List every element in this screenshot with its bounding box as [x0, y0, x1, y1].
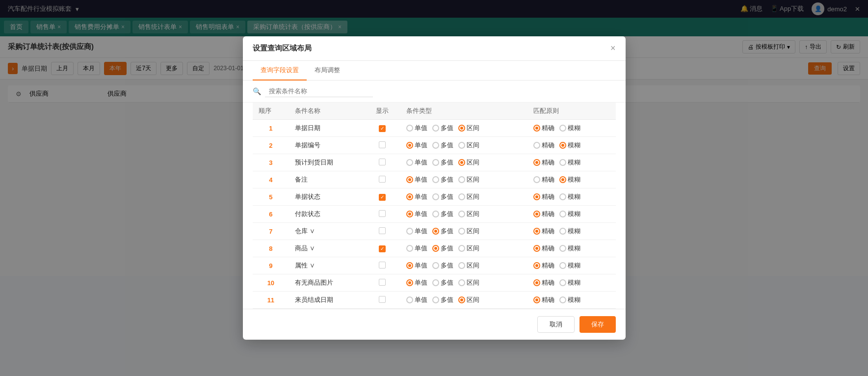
table-row: 3预计到货日期单值多值区间精确模糊 [253, 154, 616, 171]
type-radio-item[interactable]: 多值 [432, 192, 453, 201]
row-order: 10 [253, 274, 289, 276]
type-radio-item[interactable]: 区间 [458, 227, 479, 236]
type-radio-item[interactable]: 区间 [458, 210, 479, 218]
type-radio-item[interactable]: 多值 [432, 158, 453, 167]
th-show: 显示 [364, 103, 401, 120]
radio-circle [406, 176, 413, 183]
radio-label: 精确 [542, 227, 554, 236]
match-radio-item[interactable]: 精确 [533, 175, 554, 184]
match-radio-item[interactable]: 模糊 [559, 158, 580, 167]
tab-query-fields-label: 查询字段设置 [261, 66, 299, 74]
type-radio-item[interactable]: 单值 [406, 227, 427, 236]
type-radio-item[interactable]: 区间 [458, 141, 479, 150]
search-icon: 🔍 [253, 87, 261, 95]
radio-circle [458, 193, 465, 200]
radio-circle [533, 125, 540, 132]
row-name: 备注 [289, 171, 364, 188]
tab-layout[interactable]: 布局调整 [307, 61, 348, 81]
row-order: 6 [253, 206, 289, 223]
type-radio-item[interactable]: 多值 [432, 227, 453, 236]
show-checkbox[interactable] [379, 176, 386, 183]
show-checkbox[interactable] [379, 141, 386, 148]
show-checkbox[interactable] [379, 227, 386, 234]
match-radio-item[interactable]: 模糊 [559, 227, 580, 236]
tab-query-fields[interactable]: 查询字段设置 [253, 61, 307, 81]
type-radio-item[interactable]: 单值 [406, 261, 427, 270]
type-radio-item[interactable]: 区间 [458, 261, 479, 270]
radio-label: 模糊 [568, 244, 580, 253]
type-radio-item[interactable]: 区间 [458, 244, 479, 253]
row-name: 仓库 ∨ [289, 223, 364, 240]
radio-label: 精确 [542, 175, 554, 184]
match-radio-item[interactable]: 精确 [533, 227, 554, 236]
type-radio-item[interactable]: 多值 [432, 175, 453, 184]
radio-label: 区间 [467, 124, 479, 133]
table-row: 1单据日期单值多值区间精确模糊 [253, 120, 616, 137]
radio-circle [432, 193, 439, 200]
match-radio-item[interactable]: 模糊 [559, 141, 580, 150]
match-radio-item[interactable]: 精确 [533, 210, 554, 218]
type-radio-item[interactable]: 单值 [406, 244, 427, 253]
radio-circle [559, 125, 566, 132]
radio-circle [406, 228, 413, 235]
type-radio-item[interactable]: 多值 [432, 124, 453, 133]
match-radio-item[interactable]: 精确 [533, 158, 554, 167]
row-show [364, 223, 401, 240]
radio-label: 单值 [415, 158, 427, 167]
row-match: 精确模糊 [527, 137, 615, 154]
show-checkbox[interactable] [379, 125, 386, 132]
show-checkbox[interactable] [379, 159, 386, 165]
type-radio-item[interactable]: 多值 [432, 210, 453, 218]
table-row: 4备注单值多值区间精确模糊 [253, 171, 616, 188]
type-radio-item[interactable]: 单值 [406, 124, 427, 133]
match-radio-item[interactable]: 模糊 [559, 192, 580, 201]
type-radio-item[interactable]: 区间 [458, 124, 479, 133]
radio-label: 模糊 [568, 261, 580, 270]
type-radio-item[interactable]: 区间 [458, 158, 479, 167]
match-radio-item[interactable]: 模糊 [559, 210, 580, 218]
match-radio-item[interactable]: 精确 [533, 141, 554, 150]
match-radio-item[interactable]: 精确 [533, 244, 554, 253]
match-radio-item[interactable]: 模糊 [559, 124, 580, 133]
type-radio-item[interactable]: 单值 [406, 192, 427, 201]
type-radio-item[interactable]: 多值 [432, 141, 453, 150]
search-input[interactable] [265, 85, 373, 97]
modal-close-button[interactable]: × [610, 43, 616, 54]
row-order: 2 [253, 137, 289, 154]
row-match: 精确模糊 [527, 171, 615, 188]
show-checkbox[interactable] [379, 262, 386, 269]
type-radio-item[interactable]: 区间 [458, 192, 479, 201]
table-row: 2单据编号单值多值区间精确模糊 [253, 137, 616, 154]
match-radio-item[interactable]: 精确 [533, 124, 554, 133]
radio-label: 区间 [467, 210, 479, 218]
show-checkbox[interactable] [379, 210, 386, 217]
type-radio-item[interactable]: 多值 [432, 261, 453, 270]
radio-label: 单值 [415, 175, 427, 184]
row-match: 精确模糊 [527, 257, 615, 274]
type-radio-item[interactable]: 单值 [406, 210, 427, 218]
type-radio-item[interactable]: 单值 [406, 158, 427, 167]
radio-circle [458, 159, 465, 166]
type-radio-item[interactable]: 单值 [406, 141, 427, 150]
radio-circle [406, 262, 413, 269]
modal-header: 设置查询区域布局 × [243, 36, 626, 61]
row-show [364, 257, 401, 274]
match-radio-item[interactable]: 精确 [533, 261, 554, 270]
row-match: 精确模糊 [527, 188, 615, 206]
show-checkbox[interactable] [379, 194, 386, 201]
th-order: 顺序 [253, 103, 289, 120]
table-row: 8商品 ∨单值多值区间精确模糊 [253, 240, 616, 257]
type-radio-item[interactable]: 单值 [406, 175, 427, 184]
match-radio-item[interactable]: 模糊 [559, 261, 580, 270]
radio-circle [432, 228, 439, 235]
match-radio-item[interactable]: 精确 [533, 192, 554, 201]
match-radio-item[interactable]: 模糊 [559, 175, 580, 184]
match-radio-item[interactable]: 模糊 [559, 244, 580, 253]
radio-circle [406, 211, 413, 217]
radio-label: 精确 [542, 124, 554, 133]
radio-circle [432, 211, 439, 217]
radio-label: 区间 [467, 175, 479, 184]
show-checkbox[interactable] [379, 245, 386, 252]
type-radio-item[interactable]: 区间 [458, 175, 479, 184]
type-radio-item[interactable]: 多值 [432, 244, 453, 253]
